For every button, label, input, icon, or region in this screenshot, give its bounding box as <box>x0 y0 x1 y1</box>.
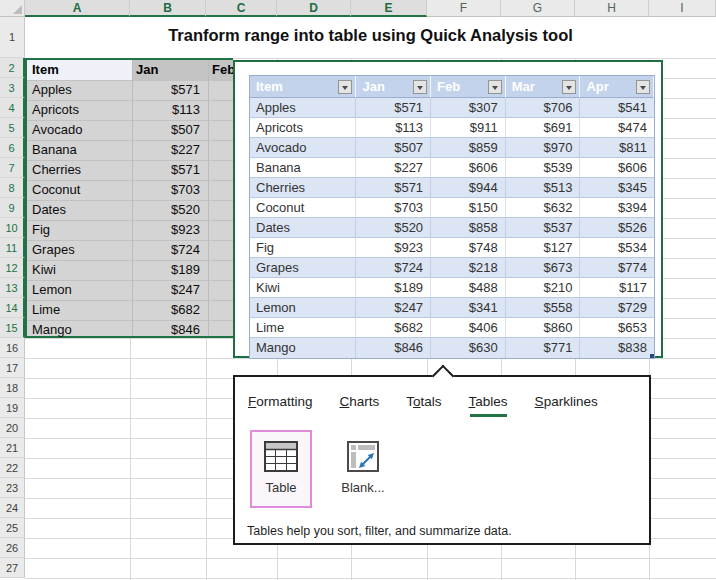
item-cell[interactable]: Lemon <box>32 280 72 300</box>
row-header-10[interactable]: 10 <box>0 218 25 238</box>
preview-value-cell[interactable]: $606 <box>431 158 506 178</box>
preview-value-cell[interactable]: $706 <box>506 98 581 118</box>
row-header-7[interactable]: 7 <box>0 158 25 178</box>
preview-item-cell[interactable]: Grapes <box>250 258 356 278</box>
preview-value-cell[interactable]: $630 <box>431 338 506 358</box>
preview-value-cell[interactable]: $507 <box>356 138 431 158</box>
preview-value-cell[interactable]: $811 <box>580 138 654 158</box>
preview-item-cell[interactable]: Coconut <box>250 198 356 218</box>
preview-value-cell[interactable]: $117 <box>580 278 654 298</box>
jan-value-cell[interactable]: $724 <box>132 240 200 260</box>
tab-sparklines[interactable]: Sparklines <box>535 394 598 409</box>
jan-value-cell[interactable]: $571 <box>132 160 200 180</box>
preview-value-cell[interactable]: $571 <box>356 178 431 198</box>
jan-value-cell[interactable]: $113 <box>132 100 200 120</box>
jan-value-cell[interactable]: $682 <box>132 300 200 320</box>
preview-value-cell[interactable]: $606 <box>580 158 654 178</box>
preview-value-cell[interactable]: $632 <box>506 198 581 218</box>
item-cell[interactable]: Coconut <box>32 180 80 200</box>
filter-dropdown-button[interactable] <box>338 80 352 94</box>
row-header-12[interactable]: 12 <box>0 258 25 278</box>
item-cell[interactable]: Dates <box>32 200 66 220</box>
preview-value-cell[interactable]: $394 <box>580 198 654 218</box>
filter-dropdown-button[interactable] <box>413 80 427 94</box>
jan-value-cell[interactable]: $507 <box>132 120 200 140</box>
preview-item-cell[interactable]: Lemon <box>250 298 356 318</box>
row-header-3[interactable]: 3 <box>0 78 25 98</box>
tab-totals[interactable]: Totals <box>406 394 441 409</box>
preview-value-cell[interactable]: $526 <box>580 218 654 238</box>
preview-value-cell[interactable]: $541 <box>580 98 654 118</box>
row-header-20[interactable]: 20 <box>0 418 25 438</box>
preview-value-cell[interactable]: $774 <box>580 258 654 278</box>
source-row-dates[interactable]: Dates$520 <box>27 200 235 220</box>
row-header-13[interactable]: 13 <box>0 278 25 298</box>
preview-item-cell[interactable]: Lime <box>250 318 356 338</box>
column-header-D[interactable]: D <box>277 0 351 17</box>
jan-value-cell[interactable]: $520 <box>132 200 200 220</box>
preview-value-cell[interactable]: $307 <box>431 98 506 118</box>
row-header-19[interactable]: 19 <box>0 398 25 418</box>
row-header-24[interactable]: 24 <box>0 498 25 518</box>
preview-value-cell[interactable]: $210 <box>506 278 581 298</box>
row-header-8[interactable]: 8 <box>0 178 25 198</box>
filter-dropdown-button[interactable] <box>488 80 502 94</box>
preview-value-cell[interactable]: $860 <box>506 318 581 338</box>
source-row-lime[interactable]: Lime$682 <box>27 300 235 320</box>
preview-value-cell[interactable]: $944 <box>431 178 506 198</box>
row-header-9[interactable]: 9 <box>0 198 25 218</box>
preview-value-cell[interactable]: $227 <box>356 158 431 178</box>
blank-option-button[interactable]: Blank... <box>332 430 394 508</box>
jan-value-cell[interactable]: $189 <box>132 260 200 280</box>
source-row-coconut[interactable]: Coconut$703 <box>27 180 235 200</box>
preview-value-cell[interactable]: $189 <box>356 278 431 298</box>
column-header-E[interactable]: E <box>351 0 427 17</box>
preview-value-cell[interactable]: $513 <box>506 178 581 198</box>
preview-value-cell[interactable]: $520 <box>356 218 431 238</box>
item-cell[interactable]: Lime <box>32 300 60 320</box>
source-row-grapes[interactable]: Grapes$724 <box>27 240 235 260</box>
row-header-17[interactable]: 17 <box>0 358 25 378</box>
preview-value-cell[interactable]: $858 <box>431 218 506 238</box>
cell-A2-item-header[interactable]: Item <box>27 60 132 80</box>
source-row-mango[interactable]: Mango$846 <box>27 320 235 340</box>
preview-value-cell[interactable]: $748 <box>431 238 506 258</box>
preview-value-cell[interactable]: $558 <box>506 298 581 318</box>
preview-value-cell[interactable]: $970 <box>506 138 581 158</box>
item-cell[interactable]: Banana <box>32 140 77 160</box>
preview-item-cell[interactable]: Avocado <box>250 138 356 158</box>
jan-value-cell[interactable]: $571 <box>132 80 200 100</box>
preview-value-cell[interactable]: $247 <box>356 298 431 318</box>
row-header-11[interactable]: 11 <box>0 238 25 258</box>
preview-item-cell[interactable]: Mango <box>250 338 356 358</box>
row-header-1[interactable]: 1 <box>0 17 25 58</box>
preview-item-cell[interactable]: Banana <box>250 158 356 178</box>
preview-value-cell[interactable]: $923 <box>356 238 431 258</box>
select-all-button[interactable] <box>0 0 25 17</box>
preview-value-cell[interactable]: $534 <box>580 238 654 258</box>
preview-value-cell[interactable]: $488 <box>431 278 506 298</box>
column-header-F[interactable]: F <box>427 0 501 17</box>
column-header-C[interactable]: C <box>206 0 277 17</box>
row-header-22[interactable]: 22 <box>0 458 25 478</box>
preview-item-cell[interactable]: Apples <box>250 98 356 118</box>
preview-value-cell[interactable]: $218 <box>431 258 506 278</box>
preview-value-cell[interactable]: $691 <box>506 118 581 138</box>
preview-value-cell[interactable]: $345 <box>580 178 654 198</box>
jan-value-cell[interactable]: $703 <box>132 180 200 200</box>
column-header-B[interactable]: B <box>130 0 206 17</box>
item-cell[interactable]: Kiwi <box>32 260 56 280</box>
row-header-2[interactable]: 2 <box>0 58 25 78</box>
source-row-avocado[interactable]: Avocado$507 <box>27 120 235 140</box>
preview-item-cell[interactable]: Dates <box>250 218 356 238</box>
item-cell[interactable]: Mango <box>32 320 72 340</box>
source-row-apples[interactable]: Apples$571 <box>27 80 235 100</box>
row-header-23[interactable]: 23 <box>0 478 25 498</box>
preview-value-cell[interactable]: $150 <box>431 198 506 218</box>
source-row-cherries[interactable]: Cherries$571 <box>27 160 235 180</box>
preview-value-cell[interactable]: $859 <box>431 138 506 158</box>
row-header-21[interactable]: 21 <box>0 438 25 458</box>
item-cell[interactable]: Avocado <box>32 120 82 140</box>
row-header-18[interactable]: 18 <box>0 378 25 398</box>
jan-value-cell[interactable]: $247 <box>132 280 200 300</box>
